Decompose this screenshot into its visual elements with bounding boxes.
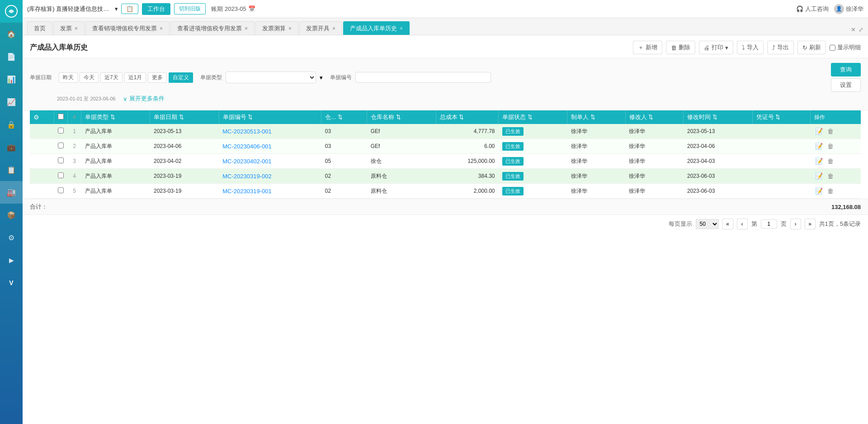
date-btn-custom[interactable]: 自定义 xyxy=(169,72,193,83)
th-doc-type[interactable]: 单据类型 ⇅ xyxy=(81,110,150,124)
page-input[interactable] xyxy=(761,219,777,229)
sidebar-item-asset[interactable]: 🔒 xyxy=(0,113,23,136)
tab-invoice-issue[interactable]: 发票开具 × xyxy=(299,21,342,35)
new-button[interactable]: ＋ 新增 xyxy=(633,41,662,54)
per-page-select[interactable]: 50 100 200 xyxy=(696,219,719,229)
row-checkbox[interactable] xyxy=(54,169,68,184)
query-button[interactable]: 查询 xyxy=(831,63,861,76)
th-creator[interactable]: 制单人 ⇅ xyxy=(567,110,626,124)
row-delete-btn[interactable]: 🗑 xyxy=(826,172,835,181)
workbench-button[interactable]: 工作台 xyxy=(142,3,170,15)
row-checkbox[interactable] xyxy=(54,184,68,199)
switch-old-button[interactable]: 切到旧版 xyxy=(174,3,206,14)
sidebar-item-video[interactable]: ▶ xyxy=(0,249,23,272)
page-title: 产成品入库单历史 xyxy=(30,43,88,52)
export-button[interactable]: ⤴ 导出 xyxy=(767,41,794,54)
refresh-button[interactable]: ↻ 刷新 xyxy=(797,41,826,54)
tab-purchase-invoice-close[interactable]: × xyxy=(245,25,248,32)
row-delete-btn[interactable]: 🗑 xyxy=(826,186,835,195)
date-btn-yesterday[interactable]: 昨天 xyxy=(59,72,78,83)
date-btn-today[interactable]: 今天 xyxy=(80,72,99,83)
doc-no-input[interactable] xyxy=(355,72,491,83)
tab-invoice-calc-close[interactable]: × xyxy=(288,25,292,32)
date-btn-more[interactable]: 更多 xyxy=(148,72,167,83)
show-detail-toggle[interactable]: 显示明细 xyxy=(830,43,861,52)
row-delete-btn[interactable]: 🗑 xyxy=(826,142,835,151)
sidebar-item-expense[interactable]: 💼 xyxy=(0,136,23,158)
row-checkbox[interactable] xyxy=(54,139,68,154)
row-delete-btn[interactable]: 🗑 xyxy=(826,157,835,166)
row-edit-btn[interactable]: 📝 xyxy=(814,142,824,151)
th-voucher-no[interactable]: 凭证号 ⇅ xyxy=(752,110,811,124)
ai-consult[interactable]: 🎧 人工咨询 xyxy=(796,5,829,13)
sidebar-item-invoice[interactable]: 📄 xyxy=(0,45,23,68)
row-edit-btn[interactable]: 📝 xyxy=(814,172,824,181)
tab-sales-invoice-close[interactable]: × xyxy=(160,25,163,32)
expand-conditions-btn[interactable]: ∨ 展开更多条件 xyxy=(123,95,165,103)
copy-button[interactable]: 📋 xyxy=(121,4,138,14)
row-edit-btn[interactable]: 📝 xyxy=(814,157,824,166)
tab-invoice-issue-label: 发票开具 xyxy=(306,24,330,33)
row-doc-no[interactable]: MC-20230513-001 xyxy=(219,124,321,139)
last-page-btn[interactable]: » xyxy=(805,219,816,229)
prev-page-btn[interactable]: ‹ xyxy=(737,219,748,229)
expand-tabs-icon[interactable]: ⤢ xyxy=(859,26,863,33)
user-info[interactable]: 👤 徐泽华 xyxy=(834,4,863,14)
period-value: 2023-05 xyxy=(225,5,246,12)
close-all-icon[interactable]: ✕ xyxy=(851,26,856,33)
row-checkbox[interactable] xyxy=(54,154,68,169)
sidebar-item-report[interactable]: 📊 xyxy=(0,68,23,91)
import-button[interactable]: ⤵ 导入 xyxy=(737,41,764,54)
row-doc-no[interactable]: MC-20230319-002 xyxy=(219,169,321,184)
topbar: (库存核算) 直播轻捷通信息技术股份... ▾ 📋 工作台 切到旧版 账期 20… xyxy=(23,0,868,18)
row-num: 1 xyxy=(68,124,81,139)
row-doc-no[interactable]: MC-20230402-001 xyxy=(219,154,321,169)
sidebar-item-v[interactable]: V xyxy=(0,272,23,294)
th-checkbox[interactable] xyxy=(54,110,68,124)
th-warehouse-code[interactable]: 仓... ⇅ xyxy=(321,110,367,124)
sidebar-item-production[interactable]: 🏭 xyxy=(0,181,23,204)
tab-invoice-issue-close[interactable]: × xyxy=(332,25,335,32)
sidebar-item-inventory[interactable]: 📦 xyxy=(0,204,23,226)
delete-button[interactable]: 🗑 删除 xyxy=(666,41,695,54)
show-detail-checkbox[interactable] xyxy=(830,45,835,51)
date-btn-1month[interactable]: 近1月 xyxy=(124,72,146,83)
tab-invoice-calc[interactable]: 发票测算 × xyxy=(255,21,298,35)
filter-row-2: 2023-01-01 至 2023-06-06 ∨ 展开更多条件 xyxy=(30,95,861,103)
doc-type-select[interactable] xyxy=(226,71,316,83)
sidebar-item-purchase[interactable]: 📋 xyxy=(0,158,23,181)
first-page-btn[interactable]: « xyxy=(722,219,733,229)
set-button[interactable]: 设置 xyxy=(831,78,861,92)
th-doc-date[interactable]: 单据日期 ⇅ xyxy=(150,110,219,124)
row-edit-btn[interactable]: 📝 xyxy=(814,127,824,136)
th-modifier[interactable]: 修改人 ⇅ xyxy=(625,110,684,124)
date-btn-7days[interactable]: 近7天 xyxy=(100,72,123,83)
sidebar-item-analysis[interactable]: 📈 xyxy=(0,91,23,113)
tab-invoice-close[interactable]: × xyxy=(75,25,78,32)
th-total-cost[interactable]: 总成本 ⇅ xyxy=(436,110,499,124)
th-modify-time[interactable]: 修改时间 ⇅ xyxy=(684,110,752,124)
row-edit-btn[interactable]: 📝 xyxy=(814,186,824,195)
tab-sales-invoice[interactable]: 查看销项增值税专用发票 × xyxy=(85,21,170,35)
sidebar-item-settings[interactable]: ⚙ xyxy=(0,226,23,249)
tab-home[interactable]: 首页 xyxy=(27,21,52,35)
row-doc-no[interactable]: MC-20230406-001 xyxy=(219,139,321,154)
th-gear[interactable]: ⚙ xyxy=(30,110,54,124)
th-status[interactable]: 单据状态 ⇅ xyxy=(499,110,567,124)
row-checkbox[interactable] xyxy=(54,124,68,139)
sidebar-item-home[interactable]: 🏠 xyxy=(0,23,23,45)
calendar-icon[interactable]: 📅 xyxy=(248,5,255,12)
row-total-cost: 2,000.00 xyxy=(436,184,499,199)
next-page-btn[interactable]: › xyxy=(790,219,801,229)
company-selector[interactable]: (库存核算) 直播轻捷通信息技术股份... ▾ xyxy=(27,5,118,13)
tab-purchase-invoice[interactable]: 查看进项增值税专用发票 × xyxy=(170,21,255,35)
th-warehouse-name[interactable]: 仓库名称 ⇅ xyxy=(367,110,436,124)
row-doc-no[interactable]: MC-20230319-001 xyxy=(219,184,321,199)
select-all-checkbox[interactable] xyxy=(58,114,64,119)
tab-invoice[interactable]: 发票 × xyxy=(53,21,85,35)
print-button[interactable]: 🖨 打印 ▾ xyxy=(699,41,733,54)
tab-product-inbound[interactable]: 产成品入库单历史 × xyxy=(343,21,410,35)
tab-product-inbound-close[interactable]: × xyxy=(400,25,403,32)
th-doc-no[interactable]: 单据编号 ⇅ xyxy=(219,110,321,124)
row-delete-btn[interactable]: 🗑 xyxy=(826,127,835,136)
